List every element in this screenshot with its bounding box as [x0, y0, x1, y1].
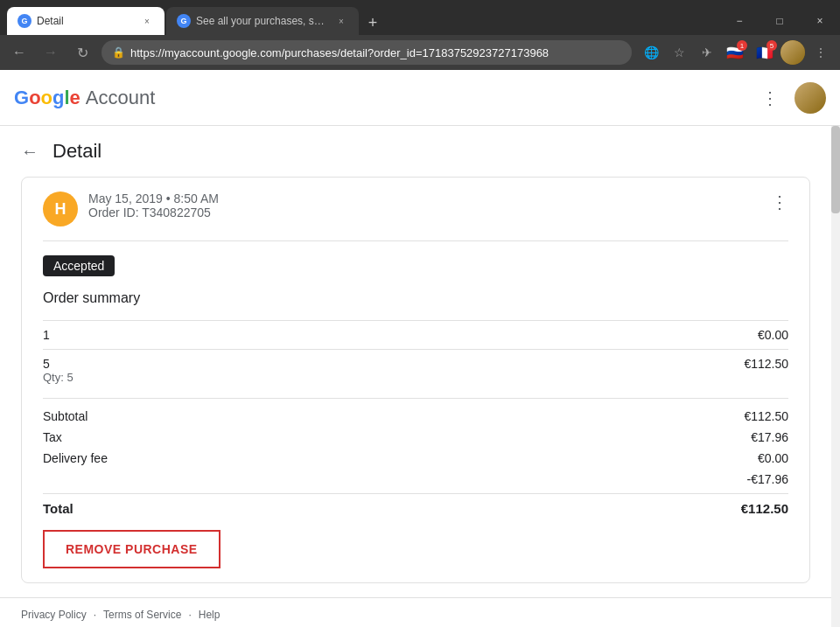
privacy-policy-link[interactable]: Privacy Policy: [21, 609, 87, 621]
chrome-menu-icon[interactable]: ⋮: [808, 40, 833, 65]
extensions-icon[interactable]: ✈: [695, 40, 719, 65]
scrollbar[interactable]: [831, 126, 840, 627]
google-logo: Google: [14, 87, 80, 109]
order-id: Order ID: T340822705: [88, 206, 760, 219]
subtotal-value: €112.50: [744, 409, 788, 423]
url-text: https://myaccount.google.com/purchases/d…: [130, 46, 621, 59]
tabs-container: G Detail × G See all your purchases, sub…: [0, 7, 719, 35]
page-wrapper: Google Account ⋮ ← Detail H: [0, 70, 840, 627]
flag-count-2: 5: [766, 40, 777, 51]
order-line-1-item: 1: [43, 328, 50, 342]
logo-g2: g: [52, 87, 64, 108]
delivery-value: €0.00: [758, 451, 788, 465]
subtotal-line: Subtotal €112.50: [43, 406, 788, 427]
scrollbar-thumb: [831, 126, 840, 213]
tax-label: Tax: [43, 430, 62, 444]
logo-e: e: [70, 87, 80, 108]
order-line-1: 1 €0.00: [43, 320, 788, 349]
remove-purchase-button[interactable]: REMOVE PURCHASE: [43, 516, 788, 568]
tax-line: Tax €17.96: [43, 427, 788, 448]
page-header: ← Detail: [0, 126, 831, 177]
back-to-list-button[interactable]: ←: [21, 142, 38, 162]
account-label: Account: [86, 87, 156, 109]
close-button[interactable]: ×: [800, 7, 840, 35]
total-value: €112.50: [741, 501, 788, 516]
footer-dot-1: ·: [94, 609, 96, 621]
page-footer: Privacy Policy · Terms of Service · Help: [0, 597, 831, 627]
bookmark-icon[interactable]: ☆: [667, 40, 691, 65]
order-summary-title: Order summary: [43, 290, 788, 306]
flag-badge-1[interactable]: 🇷🇺 1: [723, 40, 747, 65]
order-meta: May 15, 2019 • 8:50 AM Order ID: T340822…: [88, 192, 760, 219]
discount-value: -€17.96: [747, 472, 788, 486]
logo-g: G: [14, 87, 29, 108]
tab-close-1[interactable]: ×: [140, 14, 154, 28]
status-badge: Accepted: [43, 255, 115, 276]
order-info: H May 15, 2019 • 8:50 AM Order ID: T3408…: [43, 192, 788, 241]
tab-favicon-2: G: [177, 14, 191, 28]
page-title: Detail: [52, 140, 102, 163]
main-content: ← Detail H May 15, 2019 • 8:50 AM Order …: [0, 126, 840, 627]
order-line-2-item: 5: [43, 357, 74, 371]
terms-of-service-link[interactable]: Terms of Service: [103, 609, 181, 621]
footer-dot-2: ·: [188, 609, 191, 621]
order-line-2-label: 5 Qty: 5: [43, 357, 74, 384]
flag-count-1: 1: [737, 40, 747, 51]
remove-purchase-btn[interactable]: REMOVE PURCHASE: [43, 530, 220, 568]
order-logo: H: [43, 192, 78, 226]
forward-button[interactable]: →: [38, 40, 63, 65]
tab-title-2: See all your purchases, subscript…: [196, 15, 329, 27]
order-more-button[interactable]: ⋮: [771, 192, 788, 212]
toolbar-icons: 🌐 ☆ ✈ 🇷🇺 1 🇫🇷 5 ⋮: [639, 40, 833, 65]
minimize-button[interactable]: −: [719, 7, 760, 35]
tab-close-2[interactable]: ×: [334, 14, 348, 28]
delivery-label: Delivery fee: [43, 451, 108, 465]
profile-icon[interactable]: [780, 40, 805, 65]
tab-bar: G Detail × G See all your purchases, sub…: [0, 0, 840, 35]
profile-avatar: [780, 40, 805, 65]
delivery-line: Delivery fee €0.00: [43, 448, 788, 469]
total-label: Total: [43, 501, 74, 516]
address-bar: ← → ↻ 🔒 https://myaccount.google.com/pur…: [0, 35, 840, 70]
back-button[interactable]: ←: [7, 40, 32, 65]
tab-title-1: Detail: [37, 15, 135, 27]
summary-totals: Subtotal €112.50 Tax €17.96 Delivery fee…: [43, 398, 788, 516]
header-menu-button[interactable]: ⋮: [752, 80, 788, 115]
discount-line: -€17.96: [43, 469, 788, 490]
lock-icon: 🔒: [112, 46, 125, 59]
order-line-2: 5 Qty: 5 €112.50: [43, 349, 788, 391]
google-header: Google Account ⋮: [0, 70, 840, 126]
order-line-1-label: 1: [43, 328, 50, 342]
order-date: May 15, 2019 • 8:50 AM: [88, 192, 760, 206]
total-line: Total €112.50: [43, 493, 788, 516]
maximize-button[interactable]: □: [760, 7, 800, 35]
logo-o1: o: [29, 87, 40, 108]
tab-purchases[interactable]: G See all your purchases, subscript… ×: [166, 7, 359, 35]
order-line-1-price: €0.00: [758, 328, 788, 342]
tab-favicon-1: G: [18, 14, 32, 28]
flag-badge-2[interactable]: 🇫🇷 5: [752, 40, 777, 65]
header-avatar[interactable]: [794, 82, 826, 114]
logo-o2: o: [41, 87, 52, 108]
browser-chrome: G Detail × G See all your purchases, sub…: [0, 0, 840, 70]
window-controls: − □ ×: [719, 7, 840, 35]
order-line-2-qty: Qty: 5: [43, 371, 74, 384]
order-line-2-price: €112.50: [744, 357, 788, 371]
subtotal-label: Subtotal: [43, 409, 88, 423]
tax-value: €17.96: [751, 430, 788, 444]
translate-icon[interactable]: 🌐: [639, 40, 663, 65]
new-tab-button[interactable]: +: [360, 10, 385, 35]
url-bar[interactable]: 🔒 https://myaccount.google.com/purchases…: [102, 40, 632, 65]
content-card: H May 15, 2019 • 8:50 AM Order ID: T3408…: [21, 177, 810, 583]
refresh-button[interactable]: ↻: [70, 40, 94, 65]
help-link[interactable]: Help: [199, 609, 220, 621]
tab-detail[interactable]: G Detail ×: [7, 7, 164, 35]
